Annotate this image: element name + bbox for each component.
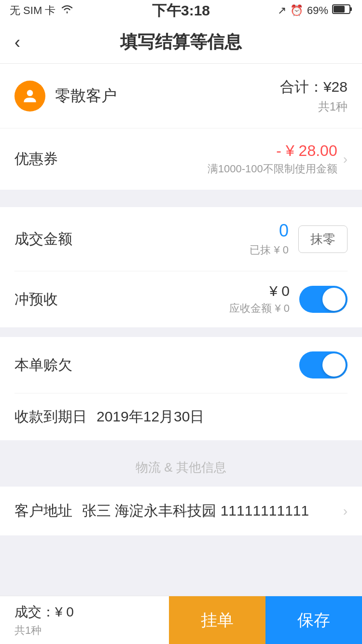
alarm-icon: ⏰ [290,4,303,17]
credit-section: 本单赊欠 收款到期日 2019年12月30日 [0,337,362,440]
address-section: 客户地址 张三 海淀永丰科技园 11111111111 › [0,487,362,535]
logistics-divider: 物流 & 其他信息 [0,448,362,487]
svg-point-3 [27,90,33,96]
credit-label: 本单赊欠 [14,355,72,375]
status-right: ↗ ⏰ 69% [278,4,352,17]
wifi-icon [60,4,74,17]
battery-text: 69% [307,4,328,17]
deal-section: 成交金额 0 已抹 ¥ 0 抹零 冲预收 ¥ 0 应收金额 ¥ 0 [0,207,362,327]
flush-amount-block: ¥ 0 应收金额 ¥ 0 [229,283,290,316]
status-left: 无 SIM 卡 [10,3,74,18]
deal-amount-sub: 已抹 ¥ 0 [250,243,289,257]
coupon-chevron-icon: › [343,152,348,167]
flush-prepay-row: 冲预收 ¥ 0 应收金额 ¥ 0 [14,271,348,327]
coupon-value-block: - ¥ 28.00 满1000-100不限制使用金额 [208,142,337,176]
deal-input-block: 0 已抹 ¥ 0 [250,221,289,257]
bottom-count: 共1种 [14,623,154,638]
customer-avatar [14,81,45,112]
address-label: 客户地址 [14,501,72,521]
status-bar: 无 SIM 卡 下午3:18 ↗ ⏰ 69% [0,0,362,21]
flush-prepay-label: 冲预收 [14,290,58,309]
coupon-right: - ¥ 28.00 满1000-100不限制使用金额 › [208,142,348,176]
battery-icon [332,4,352,17]
logistics-label: 物流 & 其他信息 [136,459,226,476]
back-button[interactable]: ‹ [14,32,20,53]
location-icon: ↗ [278,4,286,17]
due-date-label: 收款到期日 [14,407,87,427]
coupon-amount: - ¥ 28.00 [208,142,337,160]
customer-right: 合计：¥28 共1种 [280,77,348,114]
nav-bar: ‹ 填写结算等信息 [0,21,362,64]
customer-total: 合计：¥28 [280,77,348,97]
carrier-text: 无 SIM 卡 [10,3,56,18]
round-zero-button[interactable]: 抹零 [298,225,348,253]
status-time: 下午3:18 [152,1,210,21]
svg-rect-1 [350,7,352,11]
flush-right: ¥ 0 应收金额 ¥ 0 [229,283,348,316]
deal-right: 0 已抹 ¥ 0 抹零 [250,221,348,257]
bottom-info: 成交：¥ 0 共1种 [0,596,169,644]
customer-row: 零散客户 合计：¥28 共1种 [0,64,362,128]
address-value: 张三 海淀永丰科技园 11111111111 [82,501,343,521]
section-divider-1 [0,197,362,207]
address-row[interactable]: 客户地址 张三 海淀永丰科技园 11111111111 › [14,487,348,535]
bottom-deal-value: ¥ 0 [55,604,74,619]
deal-amount-row: 成交金额 0 已抹 ¥ 0 抹零 [14,207,348,271]
nav-title: 填写结算等信息 [120,30,242,54]
deal-amount-label: 成交金额 [14,229,72,249]
due-date-value: 2019年12月30日 [97,407,204,427]
credit-toggle-knob [322,353,346,377]
hang-button[interactable]: 挂单 [169,596,265,644]
customer-name: 零散客户 [55,85,117,107]
content-area: 零散客户 合计：¥28 共1种 优惠券 - ¥ 28.00 满1000-100不… [0,64,362,591]
flush-amount: ¥ 0 [229,283,290,299]
save-button[interactable]: 保存 [265,596,362,644]
customer-count: 共1种 [280,99,348,114]
credit-row: 本单赊欠 [14,337,348,393]
credit-toggle[interactable] [299,351,348,378]
customer-left: 零散客户 [14,81,117,112]
flush-prepay-toggle[interactable] [299,286,348,313]
toggle-knob [322,288,346,311]
bottom-deal-label: 成交： [14,604,55,619]
svg-rect-2 [334,6,345,13]
coupon-desc: 满1000-100不限制使用金额 [208,162,337,176]
bottom-deal-text: 成交：¥ 0 [14,603,154,621]
due-date-row[interactable]: 收款到期日 2019年12月30日 [14,393,348,440]
coupon-label: 优惠券 [14,149,58,169]
flush-sub: 应收金额 ¥ 0 [229,301,290,316]
customer-section: 零散客户 合计：¥28 共1种 优惠券 - ¥ 28.00 满1000-100不… [0,64,362,190]
address-chevron-icon: › [343,504,348,519]
bottom-bar: 成交：¥ 0 共1种 挂单 保存 [0,596,362,644]
section-divider-2 [0,327,362,337]
coupon-row[interactable]: 优惠券 - ¥ 28.00 满1000-100不限制使用金额 › [0,128,362,190]
deal-amount-value[interactable]: 0 [250,221,289,241]
